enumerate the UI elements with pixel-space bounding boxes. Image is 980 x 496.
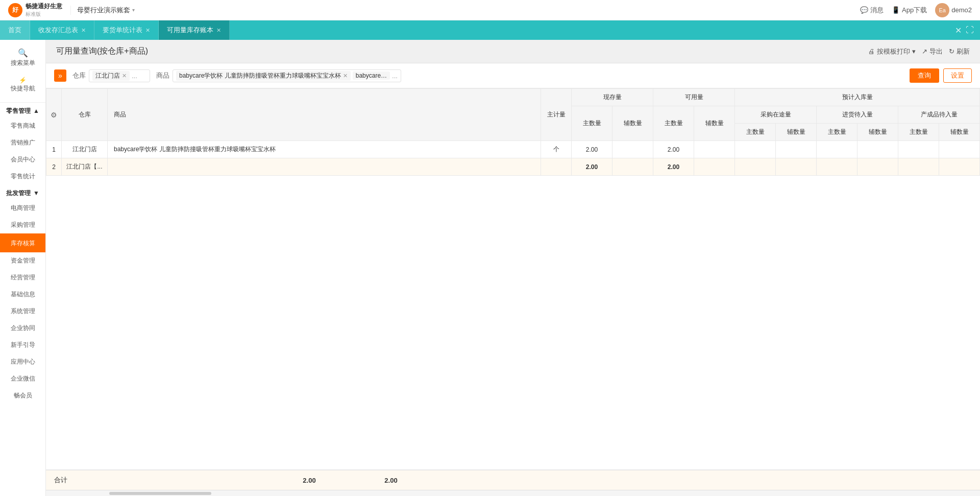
product-tag-1-remove[interactable]: ✕ xyxy=(343,73,348,79)
table-row: 2 江北门店【... 2.00 2.00 xyxy=(46,158,980,176)
warehouse-tag: 江北门店 ✕ xyxy=(92,71,130,81)
cell-avail-main-2: 2.00 xyxy=(653,158,694,176)
cell-product-main-1 xyxy=(898,141,939,158)
warehouse-filter-group: 仓库 江北门店 ✕ ... xyxy=(72,69,150,82)
th-warehouse: 仓库 xyxy=(62,89,108,141)
cell-purchase-main-1 xyxy=(735,141,776,158)
cell-warehouse-2: 江北门店【... xyxy=(62,158,108,176)
page-header: 可用量查询(按仓库+商品) 🖨 按模板打印 ▾ ↗ 导出 ↻ 刷新 xyxy=(46,40,980,63)
batch-label: 批发管理 xyxy=(6,189,31,198)
system-selector[interactable]: 母婴行业演示账套 ▾ xyxy=(70,6,135,15)
scrollbar-area[interactable] xyxy=(46,490,980,496)
sidebar-item-enterprise[interactable]: 企业协同 xyxy=(0,320,45,337)
product-tag-container[interactable]: babycare学饮杯 儿童防摔防撞吸管杯重力球吸嘴杯宝宝水杯 ✕ babyca… xyxy=(173,69,401,82)
th-incoming-sub: 辅数量 xyxy=(857,124,898,141)
warehouse-tag-container[interactable]: 江北门店 ✕ ... xyxy=(89,69,150,82)
sidebar-item-member[interactable]: 畅会员 xyxy=(0,387,45,404)
product-tag-1: babycare学饮杯 儿童防摔防撞吸管杯重力球吸嘴杯宝宝水杯 ✕ xyxy=(176,71,351,81)
sidebar-item-marketing[interactable]: 营销推广 xyxy=(0,134,45,151)
sidebar-item-finance[interactable]: 资金管理 xyxy=(0,252,45,269)
expand-window-button[interactable]: ⛶ xyxy=(966,26,974,35)
system-name: 母婴行业演示账套 xyxy=(77,6,130,15)
logo-text: 畅捷通好生意 标准版 xyxy=(26,2,62,18)
sidebar-item-purchase[interactable]: 采购管理 xyxy=(0,217,45,233)
export-icon: ↗ xyxy=(922,48,927,55)
print-icon: 🖨 xyxy=(868,48,875,55)
tab-order-stats-close[interactable]: ✕ xyxy=(145,27,150,34)
th-purchase-main: 主数量 xyxy=(735,124,776,141)
sidebar-item-zero-stats[interactable]: 零售统计 xyxy=(0,168,45,185)
export-label: 导出 xyxy=(929,47,943,56)
cell-product-sub-2 xyxy=(939,158,980,176)
scrollbar-thumb[interactable] xyxy=(109,492,211,495)
sidebar-item-ecom[interactable]: 电商管理 xyxy=(0,200,45,217)
export-button[interactable]: ↗ 导出 xyxy=(922,47,943,56)
cell-product-2 xyxy=(108,158,541,176)
nav-actions: ✕ ⛶ xyxy=(949,20,980,40)
sidebar-item-inventory[interactable]: 库存核算 xyxy=(0,233,45,253)
setting-button[interactable]: 设置 xyxy=(943,68,972,83)
cell-avail-main-1: 2.00 xyxy=(653,141,694,158)
tab-receive-summary-close[interactable]: ✕ xyxy=(81,27,86,34)
th-stock-main: 主数量 xyxy=(572,106,612,141)
warehouse-tag-remove[interactable]: ✕ xyxy=(122,73,127,79)
close-window-button[interactable]: ✕ xyxy=(955,26,962,35)
cell-stock-sub-2 xyxy=(612,158,653,176)
avatar: Ea xyxy=(935,3,949,17)
settings-gear-icon[interactable]: ⚙ xyxy=(51,111,57,119)
footer-total-label: 合计 xyxy=(54,476,67,485)
sidebar-item-shortcut[interactable]: ⚡ 快捷导航 xyxy=(0,72,45,98)
top-bar: 好 畅捷通好生意 标准版 母婴行业演示账套 ▾ 💬 消息 📱 App下载 Ea … xyxy=(0,0,980,20)
tab-home[interactable]: 首页 xyxy=(0,20,30,40)
page-title: 可用量查询(按仓库+商品) xyxy=(56,46,148,57)
app-icon: 📱 xyxy=(892,6,900,14)
user-profile[interactable]: Ea demo2 xyxy=(935,3,972,17)
filter-actions: 查询 设置 xyxy=(910,68,972,83)
sidebar-item-ops[interactable]: 经营管理 xyxy=(0,269,45,286)
tab-home-label: 首页 xyxy=(8,26,21,35)
cell-index-2: 2 xyxy=(46,158,62,176)
cell-incoming-main-2 xyxy=(817,158,857,176)
sidebar-item-basic[interactable]: 基础信息 xyxy=(0,286,45,303)
sidebar-item-newbie[interactable]: 新手引导 xyxy=(0,337,45,353)
tab-available-stock-close[interactable]: ✕ xyxy=(216,27,221,34)
cell-unit-2 xyxy=(541,158,572,176)
sidebar-item-wechat[interactable]: 企业微信 xyxy=(0,370,45,387)
search-menu-button[interactable]: 🔍 搜索菜单 xyxy=(0,44,45,72)
cell-stock-main-1: 2.00 xyxy=(572,141,612,158)
product-filter-group: 商品 babycare学饮杯 儿童防摔防撞吸管杯重力球吸嘴杯宝宝水杯 ✕ bab… xyxy=(156,69,401,82)
logo-icon: 好 xyxy=(8,3,22,17)
tab-order-stats-label: 要货单统计表 xyxy=(103,26,142,35)
warehouse-ellipsis[interactable]: ... xyxy=(132,72,137,80)
footer-total: 合计 2.00 2.00 xyxy=(46,469,980,490)
table-container[interactable]: ⚙ 仓库 商品 主计量 现存量 可用量 预计入库量 主数量 辅数量 主数量 辅数… xyxy=(46,88,980,469)
product-label: 商品 xyxy=(156,71,169,80)
sidebar-item-system[interactable]: 系统管理 xyxy=(0,303,45,320)
product-ellipsis[interactable]: ... xyxy=(392,72,398,80)
logo-main: 畅捷通好生意 xyxy=(26,2,62,11)
sidebar-section-zero-sales-header[interactable]: 零售管理 ▲ xyxy=(0,103,45,117)
sidebar-item-zero-mall[interactable]: 零售商城 xyxy=(0,117,45,134)
sidebar-item-apps[interactable]: 应用中心 xyxy=(0,353,45,370)
app-download-button[interactable]: 📱 App下载 xyxy=(892,6,927,15)
query-button[interactable]: 查询 xyxy=(910,68,939,83)
shortcut-icon: ⚡ xyxy=(19,77,27,84)
cell-purchase-sub-2 xyxy=(776,158,817,176)
sidebar-item-member-center[interactable]: 会员中心 xyxy=(0,151,45,168)
data-table: ⚙ 仓库 商品 主计量 现存量 可用量 预计入库量 主数量 辅数量 主数量 辅数… xyxy=(46,88,980,176)
product-tag-2: babycare… xyxy=(353,72,390,80)
tab-order-stats[interactable]: 要货单统计表 ✕ xyxy=(94,20,159,40)
msg-button[interactable]: 💬 消息 xyxy=(860,6,884,15)
refresh-button[interactable]: ↻ 刷新 xyxy=(949,47,970,56)
cell-stock-sub-1 xyxy=(612,141,653,158)
print-button[interactable]: 🖨 按模板打印 ▾ xyxy=(868,47,916,56)
th-purchase-sub: 辅数量 xyxy=(776,124,817,141)
th-forecast-group: 预计入库量 xyxy=(735,89,980,106)
filter-toggle-button[interactable]: » xyxy=(54,69,66,82)
batch-arrow: ▼ xyxy=(33,190,39,197)
table-row: 1 江北门店 babycare学饮杯 儿童防摔防撞吸管杯重力球吸嘴杯宝宝水杯 个… xyxy=(46,141,980,158)
tab-available-stock[interactable]: 可用量库存账本 ✕ xyxy=(159,20,230,40)
sidebar-section-batch-header[interactable]: 批发管理 ▼ xyxy=(0,185,45,200)
cell-incoming-main-1 xyxy=(817,141,857,158)
tab-receive-summary[interactable]: 收发存汇总表 ✕ xyxy=(30,20,94,40)
